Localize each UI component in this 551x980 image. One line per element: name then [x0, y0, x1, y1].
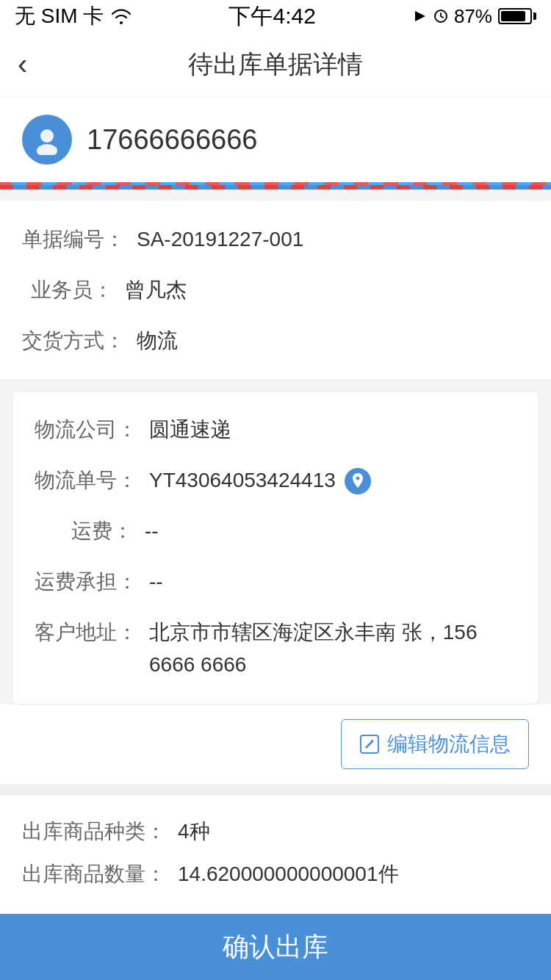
avatar-icon	[32, 124, 62, 155]
order-number-label: 单据编号：	[22, 223, 137, 256]
section-divider	[0, 784, 551, 796]
battery-text: 87%	[454, 5, 492, 28]
logistics-tracking-label: 物流单号：	[35, 464, 149, 497]
kind-row: 出库商品种类： 4种	[22, 818, 529, 846]
location-arrow-icon	[413, 9, 428, 24]
logistics-tracking-value: YT43064053424413	[149, 464, 516, 497]
status-time: 下午4:42	[228, 1, 315, 32]
battery-icon	[498, 8, 536, 24]
logistics-company-label: 物流公司：	[35, 414, 149, 447]
nav-bar: ‹ 待出库单据详情	[0, 32, 551, 97]
kind-label: 出库商品种类：	[22, 818, 178, 846]
delivery-value: 物流	[137, 325, 529, 358]
customer-header: 17666666666	[0, 97, 551, 185]
logistics-tracking-row: 物流单号： YT43064053424413	[35, 464, 516, 497]
address-row: 客户地址： 北京市市辖区海淀区永丰南 张，156 6666 6666	[35, 616, 516, 682]
page-title: 待出库单据详情	[188, 48, 363, 82]
freight-label: 运费：	[35, 515, 145, 548]
stats-section: 出库商品种类： 4种 出库商品数量： 14.620000000000001件	[0, 796, 551, 910]
delivery-label: 交货方式：	[22, 325, 137, 358]
logistics-company-value: 圆通速递	[149, 414, 516, 447]
quantity-label: 出库商品数量：	[22, 860, 178, 888]
address-value: 北京市市辖区海淀区永丰南 张，156 6666 6666	[149, 616, 516, 682]
kind-value: 4种	[178, 818, 210, 846]
edit-logistics-button[interactable]: 编辑物流信息	[341, 719, 529, 769]
order-info-section: 单据编号： SA-20191227-001 业务员： 曾凡杰 交货方式： 物流	[0, 201, 551, 379]
svg-point-1	[40, 129, 54, 143]
quantity-row: 出库商品数量： 14.620000000000001件	[22, 860, 529, 888]
status-bar: 无 SIM 卡 下午4:42 87%	[0, 0, 551, 32]
customer-phone: 17666666666	[87, 124, 257, 156]
freight-bearer-row: 运费承担： --	[35, 566, 516, 599]
agent-label: 业务员：	[22, 274, 125, 307]
status-right: 87%	[413, 5, 536, 28]
order-number-value: SA-20191227-001	[137, 223, 529, 256]
freight-bearer-label: 运费承担：	[35, 566, 149, 599]
edit-btn-row: 编辑物流信息	[0, 705, 551, 784]
agent-value: 曾凡杰	[125, 274, 529, 307]
freight-bearer-value: --	[149, 566, 516, 599]
status-carrier: 无 SIM 卡	[15, 2, 132, 30]
address-label: 客户地址：	[35, 616, 149, 649]
confirm-button[interactable]: 确认出库	[0, 914, 551, 980]
logistics-company-row: 物流公司： 圆通速递	[35, 414, 516, 447]
edit-icon	[359, 734, 380, 754]
quantity-value: 14.620000000000001件	[178, 860, 399, 888]
logistics-card: 物流公司： 圆通速递 物流单号： YT43064053424413 运费： --…	[12, 391, 539, 705]
back-button[interactable]: ‹	[18, 48, 27, 81]
delivery-row: 交货方式： 物流	[22, 325, 529, 358]
confirm-button-label: 确认出库	[223, 929, 328, 965]
order-number-row: 单据编号： SA-20191227-001	[22, 223, 529, 256]
freight-row: 运费： --	[35, 515, 516, 548]
svg-point-2	[37, 144, 57, 155]
carrier-text: 无 SIM 卡	[15, 2, 104, 30]
tracking-location-icon[interactable]	[345, 468, 371, 494]
wifi-icon	[111, 8, 132, 24]
clock-icon	[433, 9, 448, 24]
avatar	[22, 115, 72, 165]
agent-row: 业务员： 曾凡杰	[22, 274, 529, 307]
dashed-divider	[0, 185, 551, 190]
freight-value: --	[145, 515, 516, 548]
